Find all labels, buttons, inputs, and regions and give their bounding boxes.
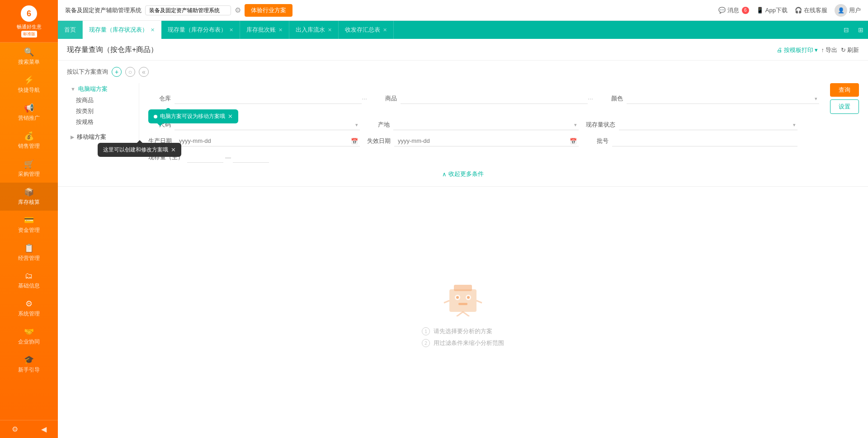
stock-status-label: 现存量状态 bbox=[586, 121, 615, 129]
sidebar-item-basic[interactable]: 🗂 基础信息 bbox=[0, 267, 58, 294]
prod-date-input[interactable] bbox=[175, 136, 360, 146]
tab-inventory-dist-label: 现存量（库存分布表） bbox=[168, 26, 226, 34]
scheme-item-mobile[interactable]: ▶ 移动端方案 bbox=[67, 131, 133, 143]
scheme-item-desktop[interactable]: ▼ 电脑端方案 bbox=[67, 83, 133, 95]
online-service-btn[interactable]: 🎧 在线客服 bbox=[795, 6, 827, 14]
sidebar-item-purchase[interactable]: 🛒 采购管理 bbox=[0, 155, 58, 183]
sidebar-item-quick[interactable]: ⚡ 快捷导航 bbox=[0, 71, 58, 99]
settings-bottom-icon[interactable]: ⚙ bbox=[12, 425, 18, 433]
sidebar-item-guide[interactable]: 🎓 新手引导 bbox=[0, 350, 58, 378]
warehouse-label: 仓库 bbox=[148, 94, 171, 103]
scheme-sub-category[interactable]: 按类别 bbox=[76, 106, 133, 117]
system-select[interactable]: 装备及固定资产辅助管理系统 bbox=[145, 5, 231, 15]
stock-main-min[interactable] bbox=[187, 152, 223, 163]
batch-input[interactable] bbox=[612, 136, 797, 146]
sidebar-item-label: 系统管理 bbox=[18, 310, 40, 318]
tab-inventory-status[interactable]: 现存量（库存状况表） ✕ bbox=[83, 21, 161, 39]
sidebar-item-label: 经营管理 bbox=[18, 254, 40, 262]
settings-icon[interactable]: ⚙ bbox=[235, 6, 241, 14]
tab-in-out[interactable]: 出入库流水 ✕ bbox=[289, 21, 339, 39]
sidebar-item-label: 营销推广 bbox=[18, 114, 40, 122]
edit-scheme-popover: 这里可以创建和修改方案哦 ✕ bbox=[98, 143, 181, 157]
tab-receive-send[interactable]: 收发存汇总表 ✕ bbox=[339, 21, 394, 39]
filter-origin: 产地 ▾ bbox=[367, 119, 579, 130]
tab-inventory-status-close[interactable]: ✕ bbox=[151, 27, 155, 33]
tab-home[interactable]: 首页 bbox=[58, 21, 83, 39]
stock-status-select-wrap: ▾ bbox=[619, 119, 797, 130]
filter-arrow-btn[interactable]: « bbox=[139, 67, 149, 77]
search-btn[interactable]: 查询 bbox=[830, 83, 859, 97]
export-btn[interactable]: ↑ 导出 bbox=[821, 46, 838, 54]
scheme-hint-close[interactable]: ✕ bbox=[228, 113, 233, 120]
sidebar-item-marketing[interactable]: 📢 营销推广 bbox=[0, 99, 58, 127]
svg-line-8 bbox=[463, 312, 469, 316]
goods-input[interactable] bbox=[401, 93, 588, 104]
empty-step-2-label: 用过滤条件来缩小分析范围 bbox=[434, 337, 504, 349]
expire-date-input[interactable] bbox=[394, 136, 579, 146]
reset-btn[interactable]: 设置 bbox=[830, 99, 859, 114]
template-print-btn[interactable]: 🖨 按模板打印 ▾ bbox=[777, 46, 818, 54]
sidebar-item-enterprise[interactable]: 🤝 企业协同 bbox=[0, 322, 58, 350]
tab-batch-close[interactable]: ✕ bbox=[278, 27, 283, 33]
edit-scheme-close[interactable]: ✕ bbox=[171, 146, 176, 153]
filter-minus-btn[interactable]: ○ bbox=[125, 67, 135, 77]
refresh-btn[interactable]: ↻ 刷新 bbox=[841, 46, 859, 54]
tab-home-label: 首页 bbox=[64, 26, 76, 34]
filter-batch: 批号 bbox=[586, 136, 797, 146]
collapse-sidebar-icon[interactable]: ◀ bbox=[41, 425, 47, 433]
logo-char: 6 bbox=[27, 9, 31, 19]
tab-inventory-dist-close[interactable]: ✕ bbox=[229, 27, 233, 33]
tab-in-out-close[interactable]: ✕ bbox=[328, 27, 332, 33]
sidebar-item-finance[interactable]: 💳 资金管理 bbox=[0, 211, 58, 239]
tab-inventory-dist[interactable]: 现存量（库存分布表） ✕ bbox=[161, 21, 240, 39]
trial-btn[interactable]: 体验行业方案 bbox=[245, 4, 292, 17]
user-menu[interactable]: 👤 用户 bbox=[835, 4, 861, 17]
filter-action-btns: 查询 设置 bbox=[830, 83, 859, 114]
sidebar-item-search[interactable]: 🔍 搜索菜单 bbox=[0, 42, 58, 71]
phone-icon: 📱 bbox=[756, 7, 764, 14]
tab-receive-send-close[interactable]: ✕ bbox=[383, 27, 387, 33]
logo-icon: 6 bbox=[21, 5, 37, 22]
warehouse-input[interactable] bbox=[175, 93, 362, 104]
sidebar-item-system[interactable]: ⚙ 系统管理 bbox=[0, 294, 58, 322]
svg-line-7 bbox=[457, 312, 463, 316]
goods-dots-icon[interactable]: ··· bbox=[588, 95, 593, 102]
expire-date-label: 失效日期 bbox=[367, 137, 391, 145]
system-icon: ⚙ bbox=[25, 299, 33, 309]
warehouse-dots-icon[interactable]: ··· bbox=[362, 95, 367, 102]
filter-color: 颜色 ▾ bbox=[600, 93, 819, 104]
user-avatar: 👤 bbox=[835, 4, 847, 17]
collapse-btn[interactable]: ∧ 收起更多条件 bbox=[442, 170, 484, 178]
inventory-icon: 📦 bbox=[24, 187, 34, 197]
color-label: 颜色 bbox=[600, 94, 623, 103]
enterprise-icon: 🤝 bbox=[24, 327, 34, 337]
refresh-icon: ↻ bbox=[841, 47, 846, 53]
app-download-btn[interactable]: 📱 App下载 bbox=[756, 6, 788, 14]
scheme-sub-spec[interactable]: 按规格 bbox=[76, 117, 133, 127]
filter-add-btn[interactable]: + bbox=[112, 67, 122, 77]
tab-batch[interactable]: 库存批次账 ✕ bbox=[240, 21, 289, 39]
stock-main-max[interactable] bbox=[233, 152, 269, 163]
sidebar-item-sales[interactable]: 💰 销售管理 bbox=[0, 127, 58, 155]
prod-date-wrap: 📅 bbox=[175, 136, 360, 146]
color-select[interactable] bbox=[627, 93, 819, 104]
search-icon: 🔍 bbox=[24, 47, 34, 57]
origin-select[interactable] bbox=[393, 119, 579, 130]
expire-date-wrap: 📅 bbox=[394, 136, 579, 146]
svg-point-4 bbox=[456, 296, 459, 299]
origin-select-wrap: ▾ bbox=[393, 119, 579, 130]
tab-expand-btn[interactable]: ⊞ bbox=[854, 21, 868, 39]
message-btn[interactable]: 💬 消息 6 bbox=[718, 6, 749, 14]
step-1-num: 1 bbox=[422, 327, 430, 335]
scheme-sub-goods[interactable]: 按商品 bbox=[76, 95, 133, 106]
sidebar-item-label: 销售管理 bbox=[18, 142, 40, 150]
filter-label: 按以下方案查询 bbox=[67, 68, 108, 76]
stock-status-select[interactable] bbox=[619, 119, 797, 130]
sidebar-item-label: 企业协同 bbox=[18, 338, 40, 346]
logo-text: 畅通好生意 bbox=[17, 24, 42, 30]
tab-minimize-btn[interactable]: ⊟ bbox=[839, 21, 854, 39]
sidebar-item-operations[interactable]: 📋 经营管理 bbox=[0, 239, 58, 267]
sidebar-logo: 6 畅通好生意 标准版 bbox=[0, 0, 58, 42]
sidebar-item-inventory[interactable]: 📦 库存核算 bbox=[0, 183, 58, 211]
goods-label: 商品 bbox=[374, 94, 397, 103]
